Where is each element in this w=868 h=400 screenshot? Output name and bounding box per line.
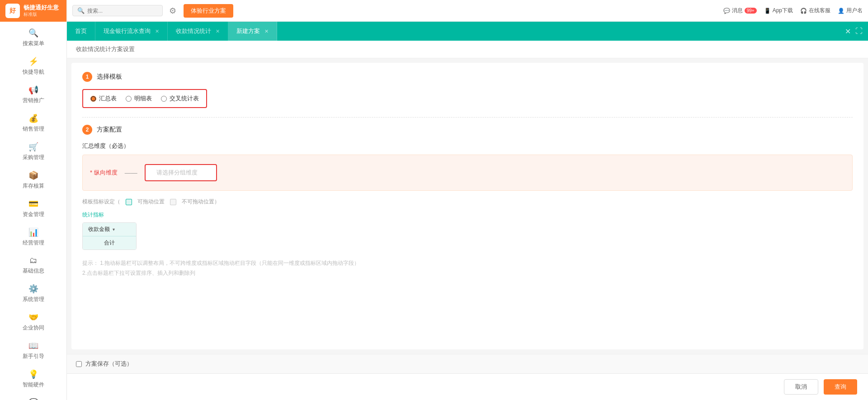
system-icon: ⚙️ — [28, 284, 38, 294]
download-icon: 📱 — [764, 8, 771, 14]
indicator-label: 模板指标设定（ — [82, 198, 120, 206]
sales-icon: 💰 — [28, 113, 38, 123]
page-title: 收款情况统计方案设置 — [67, 41, 868, 58]
marketing-icon: 📢 — [28, 85, 38, 95]
required-mark: * — [90, 169, 94, 176]
indicator-table-header[interactable]: 收款金额 ▾ — [83, 223, 136, 236]
sidebar-item-management[interactable]: 📊 经营管理 — [0, 223, 66, 251]
download-label: App下载 — [773, 7, 793, 14]
form-area: 1 选择模板 汇总表 明细表 交叉统计表 — [71, 63, 863, 349]
collab-icon: 🤝 — [28, 312, 38, 322]
sidebar-item-sales[interactable]: 💰 销售管理 — [0, 109, 66, 137]
inventory-icon: 📦 — [28, 170, 38, 180]
save-checkbox[interactable] — [76, 361, 82, 367]
search-input[interactable] — [87, 8, 151, 14]
radio-summary-input[interactable] — [90, 96, 96, 102]
sidebar-item-wechat[interactable]: 💬 企业微信 — [0, 393, 66, 400]
action-bar: 取消 查询 — [67, 373, 868, 400]
radio-cross-input[interactable] — [161, 96, 167, 102]
message-badge: 99+ — [745, 8, 757, 14]
logo-text: 畅捷通好生意 — [24, 4, 59, 11]
search-icon: 🔍 — [77, 7, 85, 14]
dimension-area: * 纵向维度 —— 请选择分组维度 — [82, 155, 853, 191]
template-selector: 汇总表 明细表 交叉统计表 — [82, 89, 207, 108]
tab-home[interactable]: 首页 — [67, 22, 95, 41]
radio-detail[interactable]: 明细表 — [126, 94, 152, 103]
topbar-search-box[interactable]: 🔍 — [72, 5, 163, 16]
maximize-icon[interactable]: ⛶ — [855, 27, 863, 35]
message-item[interactable]: 💬 消息 99+ — [723, 7, 757, 14]
tab-new-plan-label: 新建方案 — [236, 27, 260, 35]
sidebar: 好 畅捷通好生意 标准版 🔍 搜索菜单 ⚡ 快捷导航 📢 营销推广 💰 销售管理… — [0, 0, 67, 400]
sidebar-item-guide[interactable]: 📖 新手引导 — [0, 336, 66, 365]
tab-bank-label: 现金银行流水查询 — [104, 27, 151, 35]
indicator-table-cell: 合计 — [83, 236, 136, 249]
dimension-row: * 纵向维度 —— 请选择分组维度 — [90, 164, 845, 181]
sidebar-item-label: 系统管理 — [23, 296, 44, 303]
indicator-table: 收款金额 ▾ 合计 — [82, 222, 137, 250]
close-icon[interactable]: ✕ — [155, 28, 159, 34]
message-label: 消息 — [732, 7, 743, 14]
user-name: 用户名 — [846, 7, 863, 14]
logo-tag: 标准版 — [24, 11, 59, 18]
finance-icon: 💳 — [28, 199, 38, 209]
drag-legend-dot — [126, 199, 132, 205]
sidebar-item-system[interactable]: ⚙️ 系统管理 — [0, 279, 66, 308]
sidebar-item-label: 资金管理 — [23, 211, 44, 218]
sidebar-item-inventory[interactable]: 📦 库存核算 — [0, 166, 66, 194]
sidebar-item-nav[interactable]: ⚡ 快捷导航 — [0, 52, 66, 80]
sidebar-item-purchase[interactable]: 🛒 采购管理 — [0, 137, 66, 166]
close-icon[interactable]: ✕ — [264, 28, 269, 34]
radio-detail-input[interactable] — [126, 96, 132, 102]
tab-receipt[interactable]: 收款情况统计 ✕ — [168, 22, 228, 41]
radio-cross[interactable]: 交叉统计表 — [161, 94, 199, 103]
purchase-icon: 🛒 — [28, 142, 38, 152]
service-label: 在线客服 — [809, 7, 830, 14]
sidebar-item-collab[interactable]: 🤝 企业协同 — [0, 308, 66, 336]
wechat-icon: 💬 — [28, 398, 38, 400]
industry-button[interactable]: 体验行业方案 — [184, 4, 233, 18]
cancel-button[interactable]: 取消 — [784, 379, 818, 395]
tabbar: 首页 现金银行流水查询 ✕ 收款情况统计 ✕ 新建方案 ✕ ✕ ⛶ — [67, 22, 868, 41]
section1-num: 1 — [82, 72, 92, 82]
download-item[interactable]: 📱 App下载 — [764, 7, 793, 14]
content-area: 收款情况统计方案设置 1 选择模板 汇总表 明细表 — [67, 41, 868, 400]
close-icon[interactable]: ✕ — [216, 28, 220, 34]
dimension-input[interactable]: 请选择分组维度 — [145, 164, 217, 181]
service-item[interactable]: 🎧 在线客服 — [800, 7, 830, 14]
settings-icon[interactable]: ⚙ — [169, 6, 176, 16]
sidebar-item-label: 企业协同 — [23, 324, 44, 332]
logo-icon: 好 — [5, 4, 20, 18]
nodrag-legend-dot — [170, 199, 176, 205]
footer-save: 方案保存（可选） — [67, 354, 868, 373]
chevron-down-icon[interactable]: ▾ — [113, 227, 115, 232]
dimension-title: 汇总维度（必选） — [82, 142, 853, 150]
flash-icon: ⚡ — [28, 56, 38, 66]
sidebar-item-label: 搜索菜单 — [23, 40, 44, 47]
query-button[interactable]: 查询 — [824, 379, 857, 395]
section-template: 1 选择模板 汇总表 明细表 交叉统计表 — [82, 72, 853, 108]
sidebar-item-search[interactable]: 🔍 搜索菜单 — [0, 24, 66, 52]
indicator-legend: 模板指标设定（ 可拖动位置 不可拖动位置） — [82, 198, 853, 206]
drag-legend-label: 可拖动位置 — [137, 198, 165, 206]
topbar: 🔍 ⚙ 体验行业方案 💬 消息 99+ 📱 App下载 🎧 在线客服 👤 用户名 — [67, 0, 868, 22]
management-icon: 📊 — [28, 227, 38, 237]
tab-receipt-label: 收款情况统计 — [176, 27, 211, 35]
close-window-icon[interactable]: ✕ — [845, 27, 851, 36]
sidebar-item-finance[interactable]: 💳 资金管理 — [0, 194, 66, 223]
user-item[interactable]: 👤 用户名 — [838, 7, 863, 14]
radio-summary[interactable]: 汇总表 — [90, 94, 117, 103]
sidebar-item-base[interactable]: 🗂 基础信息 — [0, 251, 66, 279]
message-icon: 💬 — [723, 8, 730, 14]
sidebar-item-marketing[interactable]: 📢 营销推广 — [0, 80, 66, 109]
service-icon: 🎧 — [800, 8, 807, 14]
tab-bank[interactable]: 现金银行流水查询 ✕ — [95, 22, 168, 41]
tab-new-plan[interactable]: 新建方案 ✕ — [228, 22, 277, 41]
sidebar-item-hardware[interactable]: 💡 智能硬件 — [0, 365, 66, 393]
radio-summary-label: 汇总表 — [99, 94, 117, 103]
user-avatar: 👤 — [838, 8, 844, 14]
sidebar-item-label: 采购管理 — [23, 154, 44, 161]
sidebar-item-label: 新手引导 — [23, 353, 44, 360]
tab-home-label: 首页 — [75, 27, 87, 35]
guide-icon: 📖 — [28, 341, 38, 351]
